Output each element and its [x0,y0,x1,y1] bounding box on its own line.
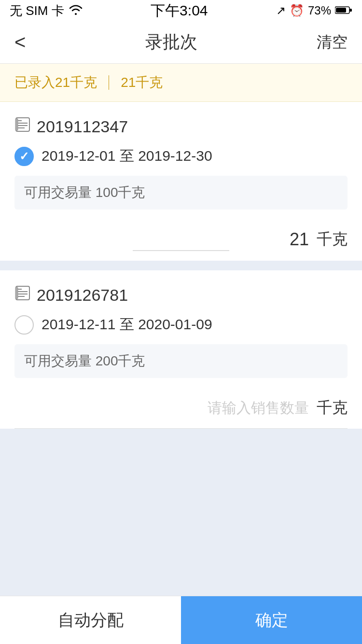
batch-2-radio[interactable] [14,315,34,335]
status-left: 无 SIM 卡 [10,2,83,19]
svg-rect-11 [18,291,28,292]
batch-1-date: 2019-12-01 至 2019-12-30 [42,146,212,166]
sim-label: 无 SIM 卡 [10,2,64,19]
confirm-button[interactable]: 确定 [181,596,362,644]
section-divider [0,261,362,270]
alarm-icon: ⏰ [290,4,304,17]
batch-item-2[interactable]: 2019126781 2019-12-11 至 2020-01-09 可用交易量… [0,270,362,429]
batch-1-quantity-row: 21 千克 [0,219,362,261]
summary-bar: 已录入21千克 21千克 [0,64,362,102]
batch-item-1[interactable]: 2019112347 2019-12-01 至 2019-12-30 可用交易量… [0,102,362,261]
batch-1-quantity-value: 21 [290,229,309,250]
wifi-icon [69,3,83,18]
svg-rect-14 [15,287,18,299]
batch-1-quantity-unit: 千克 [317,229,348,250]
batch-2-input-row[interactable]: 请输入销售数量 千克 [0,388,362,428]
bottom-bar: 自动分配 确定 [0,596,362,644]
batch-2-header: 2019126781 [0,270,362,310]
status-time: 下午3:04 [151,1,208,21]
batch-2-date-row[interactable]: 2019-12-11 至 2020-01-09 [0,310,362,339]
status-bar: 无 SIM 卡 下午3:04 ↗ ⏰ 73% [0,0,362,21]
svg-rect-4 [18,120,22,121]
batch-1-header: 2019112347 [0,102,362,141]
svg-rect-7 [18,127,25,128]
back-button[interactable]: < [14,31,26,53]
batch-2-availability: 可用交易量 200千克 [14,344,348,378]
summary-item-1: 已录入21千克 [14,73,97,92]
summary-item-2: 21千克 [121,73,163,92]
svg-rect-12 [18,294,28,294]
svg-rect-8 [15,119,18,130]
batch-1-availability: 可用交易量 100千克 [14,176,348,210]
battery-icon [335,4,352,17]
batch-2-date: 2019-12-11 至 2020-01-09 [42,315,212,335]
batch-1-number: 2019112347 [37,117,128,136]
batch-2-number: 2019126781 [37,286,128,305]
batch-2-input-unit: 千克 [317,397,348,419]
gps-icon: ↗ [276,4,286,17]
status-right: ↗ ⏰ 73% [276,4,352,17]
battery-label: 73% [308,4,331,17]
svg-rect-1 [349,9,352,12]
batch-1-radio[interactable] [14,147,34,166]
batch-2-input-placeholder: 请输入销售数量 [208,398,309,418]
batch-1-date-row[interactable]: 2019-12-01 至 2019-12-30 [0,141,362,171]
auto-distribute-button[interactable]: 自动分配 [0,596,181,644]
svg-rect-5 [18,123,28,124]
batch-1-icon [14,116,31,137]
page-title: 录批次 [145,30,197,54]
nav-bar: < 录批次 清空 [0,21,362,64]
clear-button[interactable]: 清空 [317,32,348,53]
summary-divider [109,75,109,90]
batch-2-icon [14,285,31,305]
svg-rect-6 [18,125,28,126]
svg-rect-13 [18,296,25,297]
batch-1-input-line [133,250,229,251]
svg-rect-10 [18,289,22,290]
svg-rect-2 [336,8,346,13]
